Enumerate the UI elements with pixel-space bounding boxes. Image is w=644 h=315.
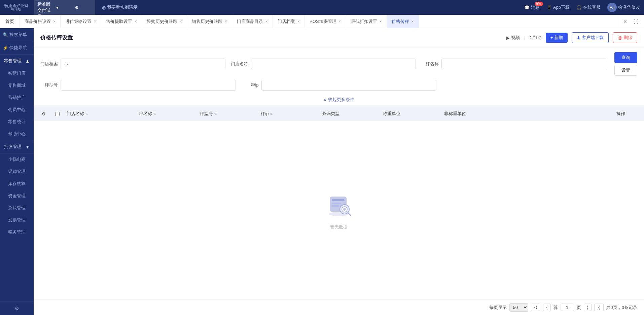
collapse-bar[interactable]: ∧ 收起更多条件 [40, 95, 637, 105]
th-scale-name: 秤名称 ⇅ [136, 107, 197, 120]
sort-scale-name-icon[interactable]: ⇅ [153, 112, 156, 116]
video-link[interactable]: ▶ 视频 [506, 35, 520, 41]
demo-link[interactable]: ◎ 我要看实例演示 [102, 4, 138, 10]
filter-scale-name: 秤名称 [421, 59, 606, 69]
tab-price-settings-label: 商品价格设置 [25, 19, 51, 25]
filter-buttons: 查询 设置 [614, 52, 637, 76]
tab-min-discount[interactable]: 最低折扣设置 × [346, 15, 387, 28]
tab-price-scale-close[interactable]: × [412, 19, 414, 24]
sidebar-item-smart-store[interactable]: 智慧门店 [0, 67, 34, 79]
tab-purchase-history-close[interactable]: × [180, 19, 182, 24]
next-page-button[interactable]: ⟩ [584, 304, 592, 311]
help-link[interactable]: ? 帮助 [529, 35, 542, 41]
tab-store-file-close[interactable]: × [297, 19, 300, 24]
total-label: 共0页，0条记录 [606, 305, 637, 311]
tab-min-discount-close[interactable]: × [380, 19, 382, 24]
sidebar-item-inventory[interactable]: 库存核算 [0, 178, 34, 190]
user-menu[interactable]: Ea 徐泽华修改 [607, 3, 640, 12]
sidebar-section-wholesale-header[interactable]: 批发管理 ▼ [0, 140, 34, 153]
query-button[interactable]: 查询 [614, 52, 637, 63]
th-settings[interactable]: ⚙ [37, 107, 50, 120]
sidebar-item-tax[interactable]: 税务管理 [0, 226, 34, 238]
scale-model-input[interactable] [61, 80, 236, 91]
tab-home-label: 首页 [5, 19, 14, 25]
pagination: 每页显示 50 20 100 ⟨⟨ ⟨ 算 页 ⟩ ⟩⟩ 共0页，0条记录 [34, 300, 644, 315]
tab-purchase-strategy-close[interactable]: × [94, 19, 96, 24]
scale-model-label: 秤型号 [40, 82, 58, 88]
download-icon: ⬇ [577, 35, 580, 40]
online-service-label: 在线客服 [583, 4, 601, 10]
sort-store-name-icon[interactable]: ⇅ [85, 112, 88, 116]
first-page-button[interactable]: ⟨⟨ [531, 304, 540, 311]
tab-sale-extract[interactable]: 售价提取设置 × [101, 15, 142, 28]
sidebar-item-ecommerce[interactable]: 小畅电商 [0, 153, 34, 166]
tab-store-catalog[interactable]: 门店商品目录 × [232, 15, 273, 28]
close-tab-button[interactable]: ✕ [620, 16, 631, 27]
tabs-controls: ✕ ⛶ [617, 16, 644, 27]
tab-home[interactable]: 首页 [0, 15, 20, 28]
play-icon: ▶ [506, 35, 510, 40]
wholesale-label: 批发管理 [4, 144, 22, 150]
tax-label: 税务管理 [8, 230, 26, 235]
select-all-checkbox[interactable] [55, 112, 60, 116]
tab-pos-encrypt-close[interactable]: × [339, 19, 341, 24]
sidebar-section-retail-header[interactable]: 零售管理 ▲ [0, 55, 34, 67]
page-label: 算 [553, 305, 558, 311]
tab-pos-encrypt[interactable]: POS加密管理 × [305, 15, 346, 28]
tab-store-file[interactable]: 门店档案 × [273, 15, 305, 28]
page-number-input[interactable] [561, 304, 574, 311]
sidebar-item-marketing[interactable]: 营销推广 [0, 92, 34, 104]
scale-ip-input[interactable] [261, 80, 437, 91]
sort-scale-ip-icon[interactable]: ⇅ [270, 112, 273, 116]
sidebar-quick-nav[interactable]: ⚡ 快捷导航 [0, 41, 34, 55]
delete-button[interactable]: 🗑 删除 [613, 32, 637, 43]
tab-price-settings[interactable]: 商品价格设置 × [20, 15, 61, 28]
tab-store-catalog-close[interactable]: × [265, 19, 268, 24]
tab-price-settings-close[interactable]: × [53, 19, 56, 24]
store-name-input[interactable] [251, 59, 416, 69]
sidebar-item-finance[interactable]: 资金管理 [0, 190, 34, 202]
sidebar-item-member[interactable]: 会员中心 [0, 104, 34, 116]
sidebar-settings-icon[interactable]: ⚙ [14, 305, 19, 312]
tab-sales-history-close[interactable]: × [225, 19, 227, 24]
scale-name-input[interactable] [441, 59, 606, 69]
tab-purchase-history[interactable]: 采购历史价跟踪 × [142, 15, 187, 28]
store-file-input[interactable]: ··· [61, 59, 225, 69]
settings-icon[interactable]: ⚙ [75, 5, 92, 10]
tab-store-file-label: 门店档案 [278, 19, 295, 25]
tab-price-scale[interactable]: 价格传秤 × [387, 15, 419, 28]
tab-purchase-strategy[interactable]: 进价策略设置 × [61, 15, 101, 28]
sidebar-item-retail-mall[interactable]: 零售商城 [0, 79, 34, 92]
messages-button[interactable]: 💬 消息 99+ [524, 4, 540, 10]
tab-sale-extract-close[interactable]: × [135, 19, 137, 24]
last-page-button[interactable]: ⟩⟩ [594, 304, 604, 311]
filter-scale-model: 秤型号 [40, 80, 236, 91]
maximize-tab-button[interactable]: ⛶ [631, 16, 641, 27]
sidebar-item-help[interactable]: 帮助中心 [0, 128, 34, 140]
tab-price-scale-label: 价格传秤 [392, 19, 409, 25]
download-button[interactable]: ⬇ 客户端下载 [572, 32, 609, 43]
add-button[interactable]: + 新增 [546, 33, 568, 43]
per-page-label: 每页显示 [489, 305, 507, 311]
prev-page-button[interactable]: ⟨ [543, 304, 551, 311]
per-page-select[interactable]: 50 20 100 [509, 303, 528, 312]
table-wrapper: ⚙ 门店名称 ⇅ 秤名称 ⇅ 秤型号 ⇅ 秤ip [34, 107, 644, 300]
online-service-button[interactable]: 🎧 在线客服 [576, 4, 601, 10]
sidebar-item-ledger[interactable]: 总账管理 [0, 202, 34, 214]
th-checkbox[interactable] [50, 107, 64, 120]
member-label: 会员中心 [8, 107, 26, 112]
empty-state: 暂无数据 [34, 120, 644, 300]
sidebar-item-invoice[interactable]: 发票管理 [0, 214, 34, 226]
empty-illustration [324, 190, 354, 220]
marketing-label: 营销推广 [8, 95, 26, 100]
page-header: 价格传秤设置 ▶ 视频 | ? 帮助 + 新增 ⬇ 客户端下载 [34, 28, 644, 47]
tab-sales-history[interactable]: 销售历史价跟踪 × [187, 15, 232, 28]
sidebar-search[interactable]: 🔍 搜索菜单 [0, 28, 34, 41]
sort-scale-model-icon[interactable]: ⇅ [214, 112, 217, 116]
app-download-button[interactable]: 📱 App下载 [546, 4, 570, 10]
sidebar-item-retail-stats[interactable]: 零售统计 [0, 116, 34, 128]
sidebar-item-purchase[interactable]: 采购管理 [0, 166, 34, 178]
setup-button[interactable]: 设置 [614, 65, 637, 76]
tabs-bar: 首页 商品价格设置 × 进价策略设置 × 售价提取设置 × 采购历史价跟踪 × … [0, 15, 644, 28]
ecommerce-label: 小畅电商 [8, 157, 26, 162]
